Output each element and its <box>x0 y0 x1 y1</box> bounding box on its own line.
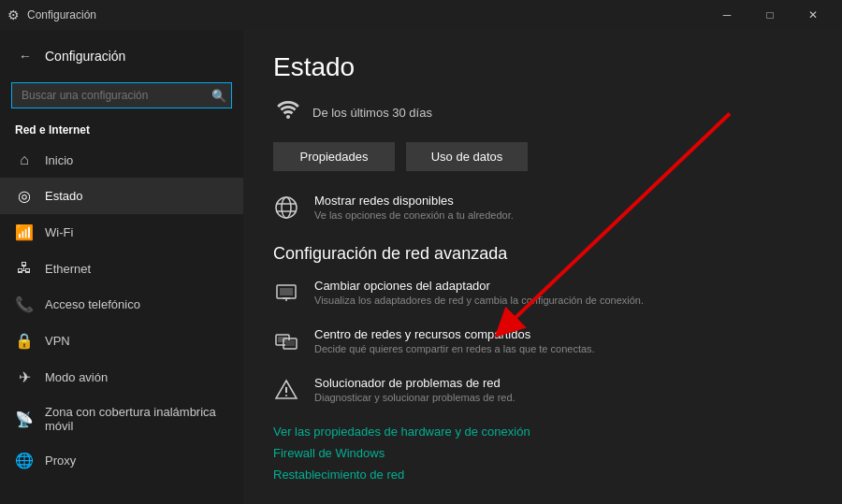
mostrar-redes-title: Mostrar redes disponibles <box>314 194 514 208</box>
adaptador-item[interactable]: Cambiar opciones del adaptador Visualiza… <box>273 279 812 310</box>
airplane-icon: ✈ <box>15 368 34 386</box>
svg-rect-5 <box>280 288 293 295</box>
solucionador-desc: Diagnosticar y solucionar problemas de r… <box>314 392 515 403</box>
sidebar-item-zona[interactable]: 📡 Zona con cobertura inalámbrica móvil <box>0 396 243 442</box>
home-icon: ⌂ <box>15 151 34 168</box>
adaptador-text: Cambiar opciones del adaptador Visualiza… <box>314 279 644 306</box>
settings-icon: ⚙ <box>7 7 20 22</box>
hotspot-icon: 📡 <box>15 410 34 428</box>
centro-text: Centro de redes y recursos compartidos D… <box>314 327 595 354</box>
mostrar-redes-text: Mostrar redes disponibles Ve las opcione… <box>314 194 514 221</box>
sidebar-label-estado: Estado <box>45 189 82 203</box>
link-reset[interactable]: Restablecimiento de red <box>273 468 812 482</box>
close-button[interactable]: ✕ <box>791 0 835 30</box>
sidebar-item-wifi[interactable]: 📶 Wi-Fi <box>0 214 243 251</box>
sidebar-item-vpn[interactable]: 🔒 VPN <box>0 323 243 359</box>
link-firewall[interactable]: Firewall de Windows <box>273 446 812 460</box>
sidebar-item-proxy[interactable]: 🌐 Proxy <box>0 442 243 479</box>
centro-desc: Decide qué quieres compartir en redes a … <box>314 343 595 354</box>
sidebar-item-estado[interactable]: ◎ Estado <box>0 178 243 214</box>
sidebar-item-modo-avion[interactable]: ✈ Modo avión <box>0 359 243 396</box>
sidebar-label-inicio: Inicio <box>45 153 73 167</box>
adaptador-icon <box>273 281 299 310</box>
title-bar-left: ⚙ Configuración <box>7 7 96 22</box>
svg-point-13 <box>285 395 287 396</box>
sidebar-item-acceso[interactable]: 📞 Acceso telefónico <box>0 286 243 323</box>
mostrar-redes-item[interactable]: Mostrar redes disponibles Ve las opcione… <box>273 194 812 225</box>
title-bar-title: Configuración <box>27 8 96 22</box>
button-row: Propiedades Uso de datos <box>273 142 812 171</box>
sidebar-app-title: Configuración <box>45 49 125 64</box>
sidebar-item-ethernet[interactable]: 🖧 Ethernet <box>0 251 243 286</box>
search-input[interactable] <box>11 82 232 108</box>
maximize-button[interactable]: □ <box>748 0 791 30</box>
sidebar-header: ← Configuración <box>0 30 243 75</box>
solucionador-text: Solucionador de problemas de red Diagnos… <box>314 376 515 403</box>
back-button[interactable]: ← <box>15 45 36 67</box>
vpn-icon: 🔒 <box>15 332 34 350</box>
sidebar-label-ethernet: Ethernet <box>45 262 91 276</box>
svg-point-1 <box>282 197 291 218</box>
status-text: De los últimos 30 días <box>312 106 432 120</box>
proxy-icon: 🌐 <box>15 452 34 469</box>
advanced-section-title: Configuración de red avanzada <box>273 244 812 264</box>
status-bar: De los últimos 30 días <box>273 97 812 127</box>
minimize-button[interactable]: ─ <box>705 0 748 30</box>
solucionador-item[interactable]: Solucionador de problemas de red Diagnos… <box>273 376 812 408</box>
sidebar-label-zona: Zona con cobertura inalámbrica móvil <box>45 405 228 433</box>
sidebar: ← Configuración 🔍 Red e Internet ⌂ Inici… <box>0 30 243 504</box>
sidebar-section-label: Red e Internet <box>0 120 243 142</box>
svg-point-0 <box>276 197 297 218</box>
adaptador-title: Cambiar opciones del adaptador <box>314 279 644 293</box>
network-globe-icon <box>273 195 299 225</box>
centro-item[interactable]: Centro de redes y recursos compartidos D… <box>273 327 812 359</box>
sidebar-label-wifi: Wi-Fi <box>45 225 73 239</box>
phone-icon: 📞 <box>15 295 34 313</box>
sidebar-label-modo-avion: Modo avión <box>45 370 108 384</box>
title-bar: ⚙ Configuración ─ □ ✕ <box>0 0 842 30</box>
uso-datos-button[interactable]: Uso de datos <box>406 142 528 171</box>
search-box: 🔍 <box>11 82 232 108</box>
main-content: Estado De los últimos 30 días Propiedade… <box>243 30 842 504</box>
sidebar-label-acceso: Acceso telefónico <box>45 297 140 311</box>
centro-title: Centro de redes y recursos compartidos <box>314 327 595 341</box>
page-title: Estado <box>273 52 812 82</box>
wifi-icon: 📶 <box>15 223 34 241</box>
sidebar-item-inicio[interactable]: ⌂ Inicio <box>0 142 243 178</box>
warning-icon <box>273 378 299 408</box>
centro-icon <box>273 329 299 359</box>
wifi-status-icon <box>273 97 303 127</box>
title-bar-controls: ─ □ ✕ <box>705 0 835 30</box>
estado-icon: ◎ <box>15 187 34 205</box>
solucionador-title: Solucionador de problemas de red <box>314 376 515 390</box>
ethernet-icon: 🖧 <box>15 260 34 277</box>
adaptador-desc: Visualiza los adaptadores de red y cambi… <box>314 295 644 306</box>
link-hardware[interactable]: Ver las propiedades de hardware y de con… <box>273 425 812 439</box>
sidebar-label-proxy: Proxy <box>45 454 76 468</box>
svg-rect-11 <box>285 340 295 346</box>
mostrar-redes-desc: Ve las opciones de conexión a tu alreded… <box>314 209 514 221</box>
propiedades-button[interactable]: Propiedades <box>273 142 395 171</box>
search-icon-button[interactable]: 🔍 <box>211 89 226 103</box>
sidebar-label-vpn: VPN <box>45 334 70 348</box>
app-container: ← Configuración 🔍 Red e Internet ⌂ Inici… <box>0 30 842 504</box>
